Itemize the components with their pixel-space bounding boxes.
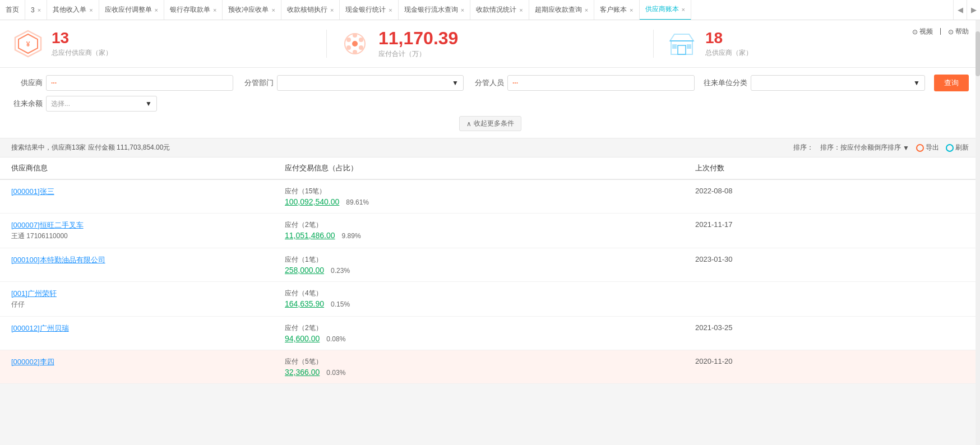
table-row: [000002]李四 应付（5笔） 32,366.00 0.03% 2020-1… [0, 350, 980, 384]
category-filter: 往来单位分类 ▼ [704, 75, 926, 91]
collapse-button[interactable]: ∧ 收起更多条件 [459, 116, 521, 131]
help-action[interactable]: ⊙ 帮助 [948, 27, 969, 36]
tab-home[interactable]: 首页 [0, 0, 25, 20]
export-button[interactable]: 导出 [916, 143, 939, 152]
supplier-cell-6: [000002]李四 [11, 357, 285, 367]
balance-placeholder: 选择... [51, 99, 70, 109]
balance-select[interactable]: 选择... ▼ [46, 96, 157, 112]
payable-icon: ¥ [11, 27, 45, 61]
supplier-table: 供应商信息 应付交易信息（占比） 上次付数 [000001]张三 应付（15笔）… [0, 157, 980, 384]
payable-amount-label: 应付合计（万） [378, 49, 458, 59]
tab-other-income-close[interactable]: × [89, 7, 93, 13]
tx-percent-6: 0.03% [326, 369, 345, 377]
tab-prepay[interactable]: 预收冲应收单 × [223, 0, 281, 20]
store-icon [665, 27, 699, 61]
svg-rect-12 [678, 45, 686, 54]
dept-filter: 分管部门 ▼ [242, 75, 464, 91]
help-icon: ⊙ [948, 28, 954, 36]
dept-label: 分管部门 [242, 78, 274, 88]
category-select[interactable]: ▼ [751, 75, 926, 91]
supplier-cell-3: [000100]本特勤油品有限公司 [11, 255, 285, 265]
supplier-cell-4: [001]广州荣轩 仔仔 [11, 289, 285, 309]
tx-amount-4[interactable]: 164,635.90 [285, 299, 324, 308]
lastpay-cell-5: 2021-03-25 [695, 323, 969, 332]
svg-point-5 [359, 38, 363, 42]
supplier-cell-2: [000007]恒旺二手叉车 王通 17106110000 [11, 220, 285, 241]
supplier-label: 供应商 [11, 78, 43, 88]
tab-bank-close[interactable]: × [213, 7, 216, 13]
dept-select[interactable]: ▼ [277, 75, 464, 91]
video-icon: ⊙ [912, 28, 918, 36]
tx-amount-6[interactable]: 32,366.00 [285, 368, 320, 377]
export-icon [916, 144, 924, 152]
person-input[interactable]: ··· [507, 75, 695, 91]
tab-cash-flow[interactable]: 现金银行流水查询 × [399, 0, 470, 20]
tab-adjust[interactable]: 应收应付调整单 × [99, 0, 164, 20]
table-header: 供应商信息 应付交易信息（占比） 上次付数 [0, 157, 980, 180]
tx-percent-1: 89.61% [346, 198, 369, 206]
refresh-button[interactable]: 刷新 [946, 143, 969, 152]
tab-overdue[interactable]: 超期应收款查询 × [529, 0, 594, 20]
tab-3[interactable]: 3 × [25, 0, 47, 20]
tab-customer-ledger-close[interactable]: × [630, 7, 633, 13]
tab-supplier-ledger-close[interactable]: × [682, 6, 685, 13]
col-supplier-header: 供应商信息 [11, 163, 285, 173]
dept-arrow-icon: ▼ [452, 79, 459, 87]
tab-cash-flow-close[interactable]: × [461, 7, 464, 13]
svg-point-4 [353, 33, 357, 38]
result-summary: 搜索结果中，供应商13家 应付金额 111,703,854.00元 [11, 143, 170, 152]
tab-customer-ledger[interactable]: 客户账本 × [594, 0, 639, 20]
tab-collection-stat[interactable]: 收款情况统计 × [470, 0, 529, 20]
supplier-sub-2: 王通 17106110000 [11, 231, 285, 241]
tab-3-close[interactable]: × [38, 7, 41, 13]
table-row: [000007]恒旺二手叉车 王通 17106110000 应付（2笔） 11,… [0, 214, 980, 248]
supplier-link-2[interactable]: [000007]恒旺二手叉车 [11, 221, 84, 229]
tab-prepay-close[interactable]: × [271, 7, 275, 13]
svg-rect-15 [687, 44, 691, 49]
tab-payment-verify-close[interactable]: × [330, 7, 334, 13]
top-navigation: 首页 3 × 其他收入单 × 应收应付调整单 × 银行存取款单 × 预收冲应收单… [0, 0, 980, 20]
supplier-link-3[interactable]: [000100]本特勤油品有限公司 [11, 256, 105, 264]
tx-amount-3[interactable]: 258,000.00 [285, 266, 324, 275]
scrollbar-thumb[interactable] [976, 31, 980, 76]
sort-select[interactable]: 排序：按应付余额倒序排序 ▼ [820, 143, 909, 152]
supplier-link-1[interactable]: [000001]张三 [11, 187, 54, 196]
tx-cell-2: 应付（2笔） 11,051,486.00 9.89% [285, 220, 695, 240]
supplier-link-5[interactable]: [000012]广州贝瑞 [11, 324, 69, 332]
lastpay-cell-2: 2021-11-17 [695, 220, 969, 229]
tab-other-income[interactable]: 其他收入单 × [47, 0, 99, 20]
balance-label: 往来余额 [11, 99, 43, 109]
tx-cell-4: 应付（4笔） 164,635.90 0.15% [285, 289, 695, 308]
nav-prev-arrow[interactable]: ◀ [953, 0, 967, 20]
stat-divider-1 [326, 30, 327, 58]
total-suppliers-count: 18 [705, 30, 752, 47]
tab-collection-stat-close[interactable]: × [519, 7, 523, 13]
result-bar: 搜索结果中，供应商13家 应付金额 111,703,854.00元 排序： 排序… [0, 138, 980, 157]
scrollbar[interactable] [976, 20, 980, 384]
filter-row-2: 往来余额 选择... ▼ [11, 96, 969, 112]
tab-cash-bank-stat-close[interactable]: × [389, 7, 392, 13]
nav-next-arrow[interactable]: ▶ [967, 0, 980, 20]
tx-cell-3: 应付（1笔） 258,000.00 0.23% [285, 255, 695, 275]
tab-payment-verify[interactable]: 收款核销执行 × [281, 0, 340, 20]
lastpay-cell-3: 2023-01-30 [695, 255, 969, 263]
grain-icon [338, 27, 372, 61]
payable-amount-info: 11,170.39 应付合计（万） [378, 29, 458, 59]
tab-cash-bank-stat[interactable]: 现金银行统计 × [340, 0, 398, 20]
supplier-link-6[interactable]: [000002]李四 [11, 358, 54, 366]
tab-supplier-ledger[interactable]: 供应商账本 × [640, 0, 691, 20]
supplier-sub-4: 仔仔 [11, 300, 285, 309]
sort-value: 排序：按应付余额倒序排序 [820, 143, 901, 152]
tab-bank[interactable]: 银行存取款单 × [164, 0, 223, 20]
tx-amount-5[interactable]: 94,600.00 [285, 334, 320, 343]
supplier-link-4[interactable]: [001]广州荣轩 [11, 289, 57, 298]
tab-adjust-close[interactable]: × [155, 7, 158, 13]
tx-amount-2[interactable]: 11,051,486.00 [285, 231, 335, 240]
video-action[interactable]: ⊙ 视频 [912, 27, 933, 36]
search-button[interactable]: 查询 [934, 75, 969, 91]
payable-amount-stat: 11,170.39 应付合计（万） [338, 27, 642, 61]
supplier-input[interactable]: ··· [46, 75, 233, 91]
tab-overdue-close[interactable]: × [585, 7, 588, 13]
tx-percent-2: 9.89% [342, 232, 361, 240]
tx-amount-1[interactable]: 100,092,540.00 [285, 197, 339, 206]
